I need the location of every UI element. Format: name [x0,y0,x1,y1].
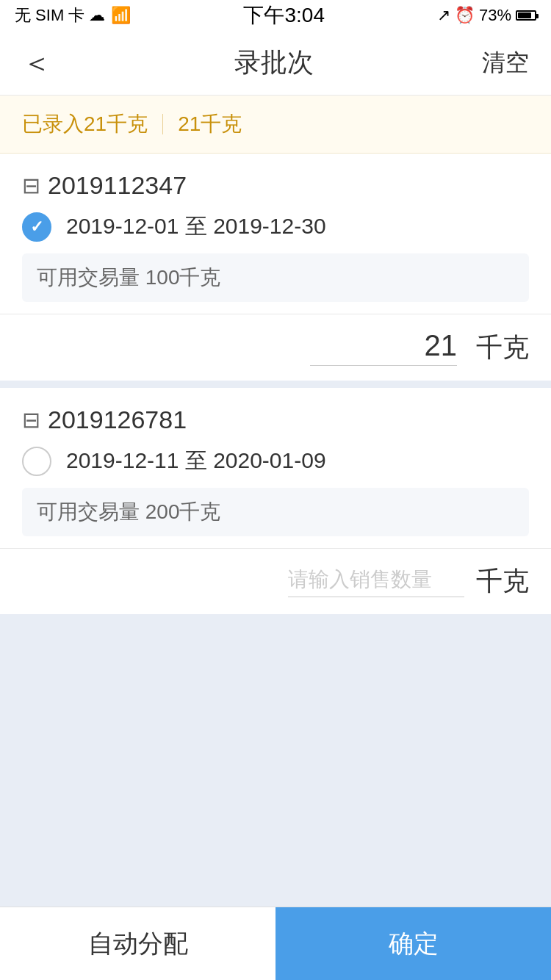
alarm-icon: ⏰ [455,6,475,25]
batch-date-2: 2019-12-11 至 2020-01-09 [66,446,326,476]
quantity-row-1: 21 千克 [0,314,551,381]
wifi-icon: 📶 [111,6,131,25]
batch-card-2: ⊟ 2019126781 2019-12-11 至 2020-01-09 可用交… [0,388,551,614]
batch-number-2: 2019126781 [48,406,187,434]
auto-distribute-button[interactable]: 自动分配 [0,907,276,980]
confirm-button[interactable]: 确定 [276,907,551,980]
location-icon: ↗ [437,6,450,25]
available-1: 可用交易量 100千克 [22,253,529,302]
batch-row-1[interactable]: 2019-12-01 至 2019-12-30 [0,206,551,248]
status-left: 无 SIM 卡 ☁ 📶 [15,4,131,26]
separator-1 [0,381,551,388]
placeholder-row-2: 请输入销售数量 千克 [0,548,551,614]
sim-label: 无 SIM 卡 ☁ [15,4,105,26]
batch-card-1: ⊟ 2019112347 2019-12-01 至 2019-12-30 可用交… [0,154,551,381]
separator-2 [0,614,551,621]
banner-divider [162,114,163,134]
batch-header-2: ⊟ 2019126781 [0,388,551,440]
batch-row-2[interactable]: 2019-12-11 至 2020-01-09 [0,440,551,482]
empty-area [0,621,551,937]
clear-button[interactable]: 清空 [482,47,529,79]
batch-header-1: ⊟ 2019112347 [0,154,551,206]
status-time: 下午3:04 [243,1,325,29]
available-2: 可用交易量 200千克 [22,488,529,536]
batch-date-1: 2019-12-01 至 2019-12-30 [66,212,326,242]
batch-icon-2: ⊟ [22,407,40,433]
radio-1[interactable] [22,212,51,242]
back-button[interactable]: ＜ [22,43,66,83]
quantity-underline-1: 21 [310,329,457,366]
quantity-unit-2: 千克 [476,563,529,599]
nav-bar: ＜ 录批次 清空 [0,31,551,96]
quantity-placeholder-2[interactable]: 请输入销售数量 [288,568,432,591]
status-bar: 无 SIM 卡 ☁ 📶 下午3:04 ↗ ⏰ 73% [0,0,551,31]
battery-icon [516,10,536,21]
recorded-text: 已录入21千克 [22,110,148,138]
total-text: 21千克 [178,110,242,138]
status-right: ↗ ⏰ 73% [437,6,536,25]
battery-label: 73% [479,6,511,25]
batch-icon-1: ⊟ [22,173,40,198]
page-title: 录批次 [234,45,314,81]
quantity-unit-1: 千克 [476,330,529,366]
bottom-bar: 自动分配 确定 [0,907,551,980]
info-banner: 已录入21千克 21千克 [0,96,551,154]
quantity-underline-2: 请输入销售数量 [288,566,464,597]
quantity-value-1[interactable]: 21 [398,329,457,362]
batch-number-1: 2019112347 [48,171,187,200]
radio-2[interactable] [22,447,51,476]
